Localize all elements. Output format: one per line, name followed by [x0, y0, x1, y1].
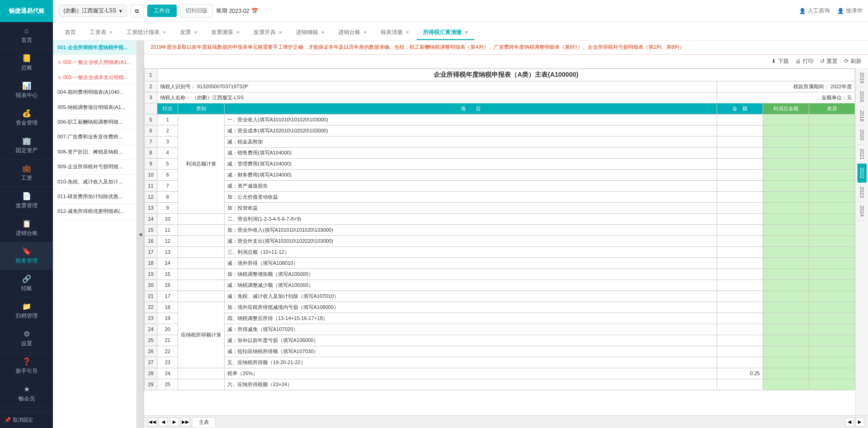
print-icon: 🖨 [795, 58, 801, 64]
tax-period-cell: 税款所属期间： 2022年度 [717, 81, 855, 92]
left-item-001[interactable]: 001-企业所得税年度纳税申报... [53, 40, 136, 55]
year-2018[interactable]: 2018 [857, 107, 867, 126]
user-avatar-icon: 👤 [837, 8, 844, 14]
scroll-left-btn[interactable]: ◀ [845, 417, 854, 427]
left-item-002[interactable]: ⊙ 002-一般企业收入明细表(A1... [53, 55, 136, 70]
archive-icon: 📁 [22, 302, 31, 311]
year-2021[interactable]: 2021 [857, 145, 867, 164]
tab-back-btn[interactable]: ◀ [159, 417, 168, 427]
taxpayer-name-value: （勿删）江西服宝-LSS [192, 95, 243, 100]
close-icon[interactable]: ✕ [278, 30, 282, 35]
close-icon[interactable]: ✕ [405, 30, 409, 35]
table-row: 8 4 减：销售费用(填写A104000) [145, 147, 855, 158]
left-item-005[interactable]: 005-纳税调整项目明细表(A1... [53, 100, 136, 115]
sidebar-item-assets[interactable]: 🏢 固定资产 [0, 132, 53, 160]
sidebar-item-ledger[interactable]: 📒 总账 [0, 49, 53, 77]
left-item-004[interactable]: 004-期间费用明细表(A1040... [53, 85, 136, 100]
switch-old-button[interactable]: 切到旧版 [180, 4, 213, 17]
year-2019[interactable]: 2019 [857, 68, 867, 87]
collapse-button[interactable]: ◀ [137, 40, 144, 428]
year-2020[interactable]: 2020 [857, 126, 867, 144]
sidebar-item-salary[interactable]: 💼 工资 [0, 160, 53, 187]
tab-home[interactable]: 首页 [58, 26, 82, 40]
tab-invoice-open[interactable]: 发票开具 ✕ [247, 26, 289, 40]
reset-button[interactable]: ↺ 重置 [820, 57, 838, 65]
left-item-003[interactable]: ⊙ 003-一般企业成本支出明细... [53, 70, 136, 85]
close-icon[interactable]: ✕ [109, 30, 113, 35]
sidebar-item-sales-ledger[interactable]: 📋 进销台账 [0, 215, 53, 242]
left-item-006[interactable]: 006-职工薪酬纳税调整明细... [53, 115, 136, 130]
tab-sales-audit[interactable]: 进销稽核 ✕ [289, 26, 331, 40]
account-period: 账期 2023-02 📅 [216, 7, 258, 15]
sidebar-item-vip[interactable]: ★ 畅会员 [0, 380, 53, 408]
spreadsheet-wrapper[interactable]: 1 企业所得税年度纳税申报表（A类）主表(A100000) 2 纳税人识别号： … [144, 68, 855, 415]
close-icon[interactable]: ✕ [321, 30, 324, 35]
sidebar-item-guide[interactable]: ❓ 新手引导 [0, 353, 53, 380]
username: 👤 徐泽华 [837, 7, 862, 15]
tab-salary-stats[interactable]: 工资统计报表 ✕ [120, 26, 173, 40]
sidebar-item-settings[interactable]: ⚙ 设置 [0, 325, 53, 353]
left-item-012[interactable]: 012-减免所得税优惠明细表(... [53, 204, 136, 219]
sidebar-item-home[interactable]: ⌂ 首页 [0, 22, 53, 49]
left-item-011[interactable]: 011-研发费用加计扣除优惠... [53, 189, 136, 204]
calendar-icon: 📅 [251, 8, 258, 14]
unpin-button[interactable]: 📌 取消固定 [0, 411, 53, 428]
sidebar-item-archive[interactable]: 📁 归档管理 [0, 297, 53, 325]
tab-tax-list[interactable]: 税表清册 ✕ [374, 26, 416, 40]
year-2016[interactable]: 2016 [857, 87, 867, 106]
close-icon[interactable]: ✕ [363, 30, 367, 35]
user-service[interactable]: 👤 人工咨询 [799, 7, 830, 15]
bottom-tab-main[interactable]: 主表 [192, 417, 216, 427]
copy-icon-btn[interactable]: ⧉ [131, 5, 144, 17]
close-icon[interactable]: ✕ [464, 30, 468, 35]
left-item-009[interactable]: 009-企业所得税补亏损明细... [53, 160, 136, 174]
scroll-right-btn[interactable]: ▶ [855, 417, 864, 427]
tab-sales-ledger[interactable]: 进销台账 ✕ [332, 26, 373, 40]
table-row: 26 22 减：抵扣应纳税所得额（填写A107030） [145, 346, 855, 357]
table-row: 25 21 减：弥补以前年度亏损（填写A106000） [145, 335, 855, 346]
download-button[interactable]: ⬇ 下载 [771, 57, 789, 65]
tab-invoice-calc[interactable]: 发票测算 ✕ [205, 26, 246, 40]
tab-salary[interactable]: 工资表 ✕ [83, 26, 119, 40]
tab-invoice[interactable]: 发票 ✕ [174, 26, 204, 40]
company-selector[interactable]: (勿删）江西服宝-LSS ▾ [58, 5, 127, 17]
refresh-button[interactable]: ⟳ 刷新 [844, 57, 862, 65]
close-icon[interactable]: ✕ [162, 30, 166, 35]
table-row: 21 17 减：免税、减计收入及加计扣除（填写A107010） [145, 291, 855, 302]
year-2023[interactable]: 2023 [857, 183, 867, 202]
year-2024[interactable]: 2024 [857, 202, 867, 221]
table-title: 企业所得税年度纳税申报表（A类）主表(A100000) [157, 68, 855, 81]
left-item-010[interactable]: 010-免税、减计收入及加计... [53, 175, 136, 189]
sidebar-item-label: 发票管理 [16, 202, 38, 210]
left-item-008[interactable]: 008-资产折旧、摊销及纳税... [53, 145, 136, 160]
sidebar-item-label: 结账 [21, 285, 32, 292]
year-2022[interactable]: 2022 [857, 164, 867, 183]
sidebar-item-finance[interactable]: 💰 资金管理 [0, 104, 53, 132]
close-icon[interactable]: ✕ [194, 30, 197, 35]
sidebar-item-tax[interactable]: 🔖 税务管理 [0, 242, 53, 270]
close-icon[interactable]: ✕ [236, 30, 240, 35]
tab-prev-btn[interactable]: ◀◀ [148, 417, 157, 427]
table-row: 27 23 五、应纳税所得额（19-20-21-22） [145, 357, 855, 368]
table-row: 23 19 四、纳税调整后所得（13-14+15-16-17+18） [145, 313, 855, 324]
sidebar-item-label: 报表中心 [16, 91, 38, 99]
sidebar-item-invoice[interactable]: 📄 发票管理 [0, 187, 53, 215]
left-item-007[interactable]: 007-广告费和业务宣传费跨... [53, 130, 136, 144]
right-panel: 2019年度涉及取以前年度延续数据的申报表单元格需要手工维护正确，才能保证本年及… [144, 40, 868, 428]
workbench-button[interactable]: 工作台 [147, 5, 177, 17]
sidebar-item-settlement[interactable]: 🔗 结账 [0, 270, 53, 297]
tab-next-btn[interactable]: ▶ [170, 417, 179, 427]
tab-last-btn[interactable]: ▶▶ [181, 417, 190, 427]
table-row: 11 7 减：资产减值损失 [145, 180, 855, 191]
tab-income-tax[interactable]: 所得税汇算清缴 ✕ [417, 26, 475, 40]
sidebar-item-reports[interactable]: 📊 报表中心 [0, 77, 53, 104]
main-content: (勿删）江西服宝-LSS ▾ ⧉ 工作台 切到旧版 账期 2023-02 📅 👤… [53, 0, 868, 428]
year-sidebar: 2019 2016 2018 2020 2021 2022 2023 2024 [855, 68, 868, 415]
table-row: 20 16 减：纳税调整减少额（填写A105000） [145, 280, 855, 291]
print-button[interactable]: 🖨 打印 [795, 57, 814, 65]
vip-icon: ★ [23, 385, 30, 394]
tax-period-label: 税款所属期间： [793, 84, 829, 89]
currency-cell: 金额单位：元 [717, 92, 855, 103]
tax-table: 1 企业所得税年度纳税申报表（A类）主表(A100000) 2 纳税人识别号： … [144, 68, 855, 390]
col-header-xiangmu: 项 目 [225, 103, 717, 114]
